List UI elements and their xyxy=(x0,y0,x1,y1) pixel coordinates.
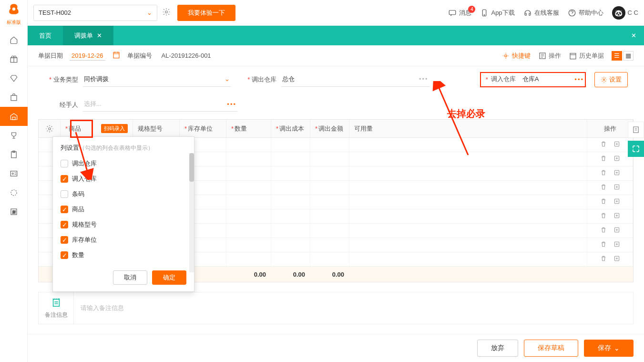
column-settings-button[interactable] xyxy=(39,120,61,137)
svg-point-21 xyxy=(48,127,51,130)
remark-input[interactable]: 请输入备注信息 xyxy=(74,299,633,317)
side-expand-button[interactable] xyxy=(628,141,644,157)
delete-icon[interactable] xyxy=(600,184,607,192)
more-icon[interactable]: ••• xyxy=(419,75,429,83)
more-icon[interactable]: ••• xyxy=(574,76,584,83)
nav-home[interactable] xyxy=(0,31,28,50)
in-warehouse-field[interactable]: * 调入仓库 仓库A ••• xyxy=(480,72,586,87)
sum-qty: 0.00 xyxy=(226,267,271,282)
checkbox[interactable]: ✓ xyxy=(61,175,68,183)
save-button[interactable]: 保存⌄ xyxy=(584,340,634,357)
nav-bag[interactable] xyxy=(0,88,28,107)
left-sidebar: 标准版 新 xyxy=(0,0,28,362)
trial-button[interactable]: 我要体验一下 xyxy=(177,5,235,21)
scan-button[interactable]: 扫码录入 xyxy=(101,124,128,133)
checkbox[interactable]: ✓ xyxy=(61,251,68,259)
popup-option[interactable]: ✓规格型号 xyxy=(61,217,186,232)
tab-transfer[interactable]: 调拨单✕ xyxy=(63,26,113,45)
svg-point-11 xyxy=(165,11,168,13)
nav-new[interactable]: 新 xyxy=(0,202,28,221)
svg-rect-6 xyxy=(10,171,17,176)
svg-text:新: 新 xyxy=(12,210,15,214)
app-download-link[interactable]: App下载 xyxy=(480,9,514,17)
delete-icon[interactable] xyxy=(600,169,607,177)
delete-icon[interactable] xyxy=(600,155,607,163)
popup-ok-button[interactable]: 确定 xyxy=(152,270,186,285)
delete-icon[interactable] xyxy=(600,255,607,263)
chevron-down-icon: ⌄ xyxy=(147,9,152,16)
save-draft-button[interactable]: 保存草稿 xyxy=(524,340,578,357)
chevron-down-icon: ⌄ xyxy=(614,344,620,352)
history-link[interactable]: 历史单据 xyxy=(569,52,604,60)
col-out-amount: *调出金额 xyxy=(310,120,349,137)
annotation-arrow xyxy=(432,81,475,162)
delete-icon[interactable] xyxy=(600,198,607,206)
add-icon[interactable] xyxy=(613,169,620,177)
checkbox[interactable] xyxy=(61,190,68,198)
out-warehouse-field[interactable]: 总仓••• xyxy=(281,73,429,87)
handler-field[interactable]: 选择...••• xyxy=(83,98,237,112)
tab-home[interactable]: 首页 xyxy=(28,26,63,45)
checkbox[interactable] xyxy=(61,160,68,167)
shortcut-link[interactable]: 快捷键 xyxy=(501,52,531,60)
delete-icon[interactable] xyxy=(600,141,607,149)
delete-icon[interactable] xyxy=(600,212,607,220)
popup-cancel-button[interactable]: 取消 xyxy=(113,270,147,285)
svg-rect-19 xyxy=(570,53,576,59)
gear-icon[interactable] xyxy=(162,8,171,18)
col-spec: 规格型号 xyxy=(133,120,180,137)
delete-icon[interactable] xyxy=(600,227,607,235)
nav-diamond[interactable] xyxy=(0,69,28,88)
add-icon[interactable] xyxy=(613,241,620,249)
add-icon[interactable] xyxy=(613,141,620,149)
nav-warehouse[interactable] xyxy=(0,107,28,126)
view-toggle: ☰ ▦ xyxy=(612,51,634,61)
col-op: 操作 xyxy=(587,120,633,137)
svg-rect-12 xyxy=(450,10,456,14)
help-link[interactable]: 帮助中心 xyxy=(568,9,603,17)
delete-icon[interactable] xyxy=(600,241,607,249)
date-value[interactable]: 2019-12-26 xyxy=(70,51,105,61)
popup-option[interactable]: ✓数量 xyxy=(61,248,186,263)
add-icon[interactable] xyxy=(613,198,620,206)
chevron-down-icon: ⌄ xyxy=(225,75,230,83)
view-card[interactable]: ▦ xyxy=(623,51,634,61)
nav-gift[interactable] xyxy=(0,50,28,69)
nav-money[interactable] xyxy=(0,126,28,145)
messages-link[interactable]: 消息 4 xyxy=(448,9,471,17)
checkbox[interactable]: ✓ xyxy=(61,221,68,228)
popup-option[interactable]: ✓库存单位 xyxy=(61,232,186,248)
top-bar: TEST-H002 ⌄ 我要体验一下 消息 4 App下载 在 xyxy=(28,0,644,26)
org-combo-value: TEST-H002 xyxy=(39,9,71,16)
service-link[interactable]: 在线客服 xyxy=(523,9,559,17)
calendar-icon[interactable] xyxy=(112,51,121,61)
add-icon[interactable] xyxy=(613,155,620,163)
add-icon[interactable] xyxy=(613,227,620,235)
add-icon[interactable] xyxy=(613,255,620,263)
biz-type-cell: *业务类型 同价调拨⌄ xyxy=(38,70,236,92)
add-icon[interactable] xyxy=(613,212,620,220)
svg-line-33 xyxy=(438,86,468,155)
svg-line-34 xyxy=(76,132,88,173)
operate-link[interactable]: 操作 xyxy=(538,52,561,60)
nav-clipboard[interactable] xyxy=(0,145,28,164)
svg-point-8 xyxy=(11,190,17,196)
popup-option[interactable]: ✓商品 xyxy=(61,202,186,217)
user-menu[interactable]: 🐼 C C xyxy=(612,6,638,20)
discard-button[interactable]: 放弃 xyxy=(477,340,518,357)
close-icon[interactable]: ✕ xyxy=(97,32,102,39)
nav-user[interactable] xyxy=(0,164,28,183)
checkbox[interactable]: ✓ xyxy=(61,236,68,244)
nav-loading[interactable] xyxy=(0,183,28,202)
svg-rect-3 xyxy=(12,117,15,120)
more-icon[interactable]: ••• xyxy=(227,101,236,108)
view-list[interactable]: ☰ xyxy=(612,51,622,61)
settings-button[interactable]: 设置 xyxy=(594,72,628,87)
biz-type-field[interactable]: 同价调拨⌄ xyxy=(83,73,231,87)
add-icon[interactable] xyxy=(613,184,620,192)
org-combo[interactable]: TEST-H002 ⌄ xyxy=(33,5,157,21)
checkbox[interactable]: ✓ xyxy=(61,206,68,213)
side-note-button[interactable] xyxy=(628,122,644,138)
popup-option[interactable]: 条码 xyxy=(61,186,186,202)
close-all-tabs[interactable]: ✕ xyxy=(623,26,644,45)
